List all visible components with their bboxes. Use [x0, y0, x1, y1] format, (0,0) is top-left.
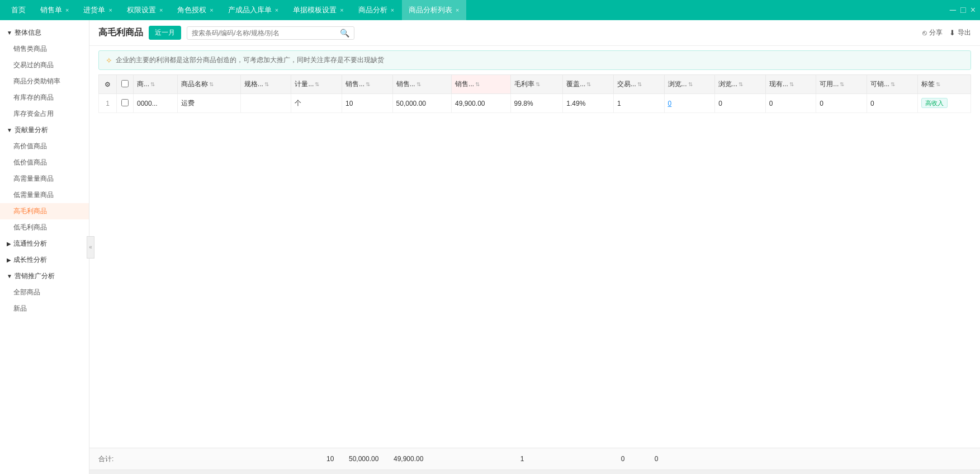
th-unit[interactable]: 计量... ⇅ — [291, 75, 342, 94]
th-name[interactable]: 商品名称 ⇅ — [177, 75, 240, 94]
sort-icon-coverage: ⇅ — [586, 81, 591, 87]
content-actions: ⎋ 分享 ⬇ 导出 — [922, 28, 971, 37]
th-sales-amount[interactable]: 销售... ⇅ — [392, 75, 452, 94]
sidebar-item-traded-goods[interactable]: 交易过的商品 — [0, 57, 89, 73]
sort-icon-code: ⇅ — [150, 81, 155, 87]
cell-sales-cost: 49,900.00 — [452, 94, 511, 113]
nav-item-template[interactable]: 单据模板设置 × — [286, 0, 350, 20]
sidebar-group-overall[interactable]: ▼ 整体信息 — [0, 25, 89, 41]
sidebar-item-in-stock[interactable]: 有库存的商品 — [0, 90, 89, 106]
arrow-contribution: ▼ — [7, 127, 12, 133]
th-available[interactable]: 可用... ⇅ — [816, 75, 867, 94]
sidebar-item-sales-goods[interactable]: 销售类商品 — [0, 41, 89, 57]
sidebar-item-low-margin[interactable]: 低毛利商品 — [0, 219, 89, 236]
sidebar-wrapper: ▼ 整体信息 销售类商品 交易过的商品 商品分类助销率 有库存的商品 库存资金占… — [0, 20, 89, 474]
cell-index: 1 — [99, 94, 117, 113]
footer-sales-qty: 10 — [304, 453, 337, 465]
window-controls: ─ □ × — [950, 5, 976, 15]
sidebar-group-marketing[interactable]: ▼ 营销推广分析 — [0, 268, 89, 284]
table-container: ⚙ 商... ⇅ 商品名称 — [89, 74, 980, 448]
nav-close-sales[interactable]: × — [65, 7, 69, 13]
sidebar-item-high-demand[interactable]: 高需量量商品 — [0, 171, 89, 187]
nav-close-roles[interactable]: × — [210, 7, 213, 13]
th-transaction[interactable]: 交易... ⇅ — [613, 75, 664, 94]
info-icon: ✧ — [106, 56, 112, 65]
cell-sellable: 0 — [867, 94, 917, 113]
th-current-stock[interactable]: 现有... ⇅ — [765, 75, 816, 94]
th-tag[interactable]: 标签 ⇅ — [917, 75, 971, 94]
footer-bar: 合计: 10 50,000.00 49,900.00 — [89, 448, 980, 470]
sidebar-toggle-button[interactable]: « — [87, 236, 94, 259]
th-sellable[interactable]: 可销... ⇅ — [867, 75, 917, 94]
share-button[interactable]: ⎋ 分享 — [922, 28, 943, 37]
minimize-button[interactable]: ─ — [950, 5, 956, 15]
nav-close-product-analysis-list[interactable]: × — [456, 7, 459, 13]
sidebar-item-category-rate[interactable]: 商品分类助销率 — [0, 73, 89, 90]
sort-icon-margin-rate: ⇅ — [536, 81, 540, 87]
select-all-checkbox[interactable] — [121, 80, 129, 87]
nav-close-template[interactable]: × — [340, 7, 343, 13]
export-button[interactable]: ⬇ 导出 — [949, 28, 971, 37]
nav-item-warehouse[interactable]: 产成品入库单 × — [221, 0, 285, 20]
th-browse2[interactable]: 浏览... ⇅ — [715, 75, 766, 94]
top-nav: 首页 销售单 × 进货单 × 权限设置 × 角色授权 × 产成品入库单 × 单据… — [0, 0, 980, 20]
th-spec[interactable]: 规格... ⇅ — [240, 75, 291, 94]
arrow-marketing: ▼ — [7, 273, 12, 279]
nav-item-product-analysis-list[interactable]: 商品分析列表 × — [402, 0, 466, 20]
nav-close-purchase[interactable]: × — [108, 7, 112, 13]
nav-item-purchase[interactable]: 进货单 × — [77, 0, 119, 20]
content-header: 高毛利商品 近一月 🔍 ⎋ 分享 ⬇ 导出 — [89, 20, 980, 46]
row-checkbox[interactable] — [121, 99, 129, 106]
bottom-scrollbar[interactable] — [89, 470, 980, 474]
cell-checkbox — [117, 94, 134, 113]
cell-browse1[interactable]: 0 — [664, 94, 715, 113]
table-header-row: ⚙ 商... ⇅ 商品名称 — [99, 75, 971, 94]
nav-item-roles[interactable]: 角色授权 × — [171, 0, 220, 20]
nav-item-sales[interactable]: 销售单 × — [34, 0, 75, 20]
maximize-button[interactable]: □ — [960, 5, 966, 15]
sidebar-item-low-value[interactable]: 低价值商品 — [0, 154, 89, 171]
arrow-overall: ▼ — [7, 30, 12, 36]
search-input[interactable] — [192, 29, 338, 37]
nav-close-product-analysis[interactable]: × — [391, 7, 394, 13]
sidebar-item-all-goods[interactable]: 全部商品 — [0, 284, 89, 301]
data-table: ⚙ 商... ⇅ 商品名称 — [98, 74, 971, 113]
cell-transaction: 1 — [613, 94, 664, 113]
sidebar-item-new-goods[interactable]: 新品 — [0, 301, 89, 317]
sidebar-item-stock-capital[interactable]: 库存资金占用 — [0, 106, 89, 122]
cell-unit: 个 — [291, 94, 342, 113]
content-area: 高毛利商品 近一月 🔍 ⎋ 分享 ⬇ 导出 ✧ 企业的主要的利润都是这部分商品创… — [89, 20, 980, 474]
sidebar-group-contribution[interactable]: ▼ 贡献量分析 — [0, 122, 89, 138]
th-browse1[interactable]: 浏览... ⇅ — [664, 75, 715, 94]
nav-item-permissions[interactable]: 权限设置 × — [120, 0, 169, 20]
nav-item-home[interactable]: 首页 — [4, 0, 32, 20]
sidebar-item-low-demand[interactable]: 低需量量商品 — [0, 187, 89, 203]
th-sales-qty[interactable]: 销售... ⇅ — [342, 75, 393, 94]
sidebar: ▼ 整体信息 销售类商品 交易过的商品 商品分类助销率 有库存的商品 库存资金占… — [0, 20, 89, 474]
sort-icon-available: ⇅ — [840, 81, 844, 87]
cell-margin-rate: 99.8% — [510, 94, 563, 113]
th-margin-rate[interactable]: 毛利率 ⇅ — [510, 75, 563, 94]
cell-code: 0000... — [134, 94, 178, 113]
nav-close-warehouse[interactable]: × — [275, 7, 278, 13]
close-button[interactable]: × — [970, 5, 976, 15]
sidebar-group-growth[interactable]: ▶ 成长性分析 — [0, 252, 89, 268]
sidebar-group-liquidity[interactable]: ▶ 流通性分析 — [0, 236, 89, 252]
th-checkbox — [117, 75, 134, 94]
sidebar-item-high-value[interactable]: 高价值商品 — [0, 138, 89, 154]
sort-icon-transaction: ⇅ — [637, 81, 642, 87]
nav-close-permissions[interactable]: × — [159, 7, 163, 13]
search-icon[interactable]: 🔍 — [340, 29, 349, 37]
th-coverage[interactable]: 覆盖... ⇅ — [563, 75, 614, 94]
filter-recent-month-button[interactable]: 近一月 — [149, 26, 181, 40]
th-sales-cost[interactable]: 销售... ⇅ — [452, 75, 511, 94]
sidebar-item-high-margin[interactable]: 高毛利商品 — [0, 203, 89, 219]
table-body: 1 0000... 运费 个 — [99, 94, 971, 113]
th-code[interactable]: 商... ⇅ — [134, 75, 178, 94]
nav-item-product-analysis[interactable]: 商品分析 × — [352, 0, 401, 20]
sort-icon-name: ⇅ — [209, 81, 214, 87]
settings-icon[interactable]: ⚙ — [105, 81, 111, 88]
th-settings[interactable]: ⚙ — [99, 75, 117, 94]
table-row: 1 0000... 运费 个 — [99, 94, 971, 113]
footer-label: 合计: — [98, 454, 113, 464]
